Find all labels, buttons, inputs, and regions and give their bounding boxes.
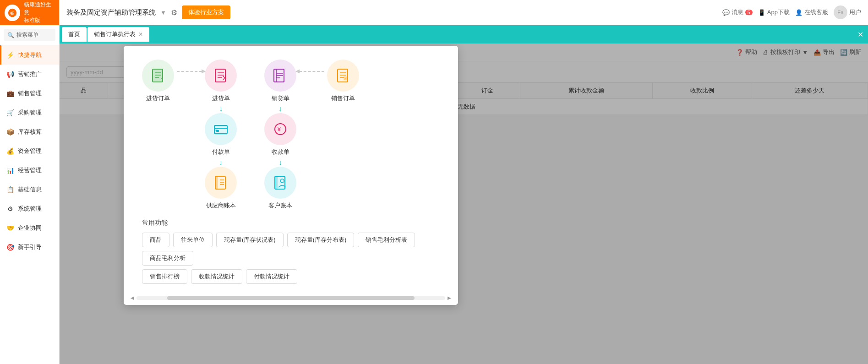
purchase-icon: 🛒 xyxy=(6,109,14,117)
scroll-right-arrow[interactable]: ▶ xyxy=(448,295,451,300)
inventory-icon: 📦 xyxy=(6,128,14,136)
close-all-tabs-button[interactable]: ✕ xyxy=(853,30,868,39)
scrollbar-thumb xyxy=(167,296,414,300)
sidebar-item-label: 快捷导航 xyxy=(18,51,42,59)
func-btn-product[interactable]: 商品 xyxy=(142,233,169,247)
func-btn-sales-margin[interactable]: 销售毛利分析表 xyxy=(358,233,415,247)
purchase-order-circle xyxy=(142,60,174,92)
tab-home[interactable]: 首页 xyxy=(62,27,87,42)
search-icon: 🔍 xyxy=(7,32,14,38)
sidebar-item-inventory[interactable]: 📦 库存核算 xyxy=(0,122,59,141)
function-buttons-row2: 销售排行榜 收款情况统计 付款情况统计 xyxy=(142,269,440,284)
sidebar-item-marketing[interactable]: 📢 营销推广 xyxy=(0,65,59,84)
sidebar-item-finance[interactable]: 💰 资金管理 xyxy=(0,141,59,161)
modal-body: 进货订单 ▶ xyxy=(124,46,458,293)
svg-rect-2 xyxy=(153,69,163,82)
experience-button[interactable]: 体验行业方案 xyxy=(182,5,230,19)
sidebar-item-label: 新手引导 xyxy=(18,243,42,251)
func-btn-counterpart[interactable]: 往来单位 xyxy=(173,233,213,247)
cooperation-icon: 🤝 xyxy=(6,224,14,232)
sidebar-item-label: 销售管理 xyxy=(18,89,42,98)
arrow-down-receipt: ↓ xyxy=(278,104,282,113)
arrow-down-customer: ↓ xyxy=(278,158,282,167)
customer-ledger-circle xyxy=(264,167,296,199)
receipt-node[interactable]: ¥ 收款单 xyxy=(264,113,296,156)
svg-text:畅: 畅 xyxy=(10,11,14,15)
func-btn-product-margin[interactable]: 商品毛利分析 xyxy=(142,251,193,266)
payment-col: ↓ ¥ 付款单 xyxy=(205,104,237,156)
common-functions-title: 常用功能 xyxy=(142,219,440,227)
main-content: 装备及固定资产辅助管理系统 ▼ ⚙ 体验行业方案 💬 消息 5 📱 App下载 … xyxy=(60,0,868,364)
sidebar-item-label: 经营管理 xyxy=(18,166,42,174)
app-download-action[interactable]: 📱 App下载 xyxy=(758,8,790,16)
tab-close-icon[interactable]: ✕ xyxy=(138,31,143,38)
scrollbar-track[interactable] xyxy=(136,296,445,300)
purchase-bill-node[interactable]: 进货单 xyxy=(205,60,237,103)
tab-sales-order-label: 销售订单执行表 xyxy=(94,30,136,38)
receipt-circle: ¥ xyxy=(264,113,296,145)
user-action[interactable]: Ea 用户 xyxy=(834,5,861,19)
sales-bill-node[interactable]: 销货单 xyxy=(264,60,296,103)
supplier-ledger-col: ↓ 供应商账本 xyxy=(205,158,237,210)
sidebar-item-system[interactable]: ⚙ 系统管理 xyxy=(0,199,59,218)
basic-info-icon: 📋 xyxy=(6,185,14,194)
sidebar-nav: ⚡ 快捷导航 📢 营销推广 💼 销售管理 🛒 采购管理 📦 库存核算 💰 xyxy=(0,45,59,364)
topbar-actions: 💬 消息 5 📱 App下载 👤 在线客服 Ea 用户 xyxy=(722,5,861,19)
supplier-ledger-circle xyxy=(205,167,237,199)
payment-node[interactable]: ¥ 付款单 xyxy=(205,113,237,156)
finance-icon: 💰 xyxy=(6,147,14,155)
customer-ledger-label: 客户账本 xyxy=(268,201,292,210)
logo-icon: 畅 xyxy=(5,5,20,21)
logo-text: 畅康通好生意 标准版 xyxy=(24,1,55,24)
svg-text:¥: ¥ xyxy=(277,126,281,133)
search-menu-button[interactable]: 🔍 搜索菜单 xyxy=(4,29,55,41)
sidebar-item-quick-nav[interactable]: ⚡ 快捷导航 xyxy=(0,45,59,65)
purchase-bill-circle xyxy=(205,60,237,92)
purchase-order-node[interactable]: 进货订单 xyxy=(142,60,174,103)
dropdown-arrow[interactable]: ▼ xyxy=(160,9,166,16)
arrow-down-payment: ↓ xyxy=(219,104,223,113)
system-icon: ⚙ xyxy=(6,205,14,213)
arrow-purchase-order-to-bill: ▶ xyxy=(177,60,202,72)
svg-rect-7 xyxy=(215,69,225,82)
svg-text:¥: ¥ xyxy=(215,128,218,132)
func-btn-stock-dist[interactable]: 现存量(库存分布表) xyxy=(287,233,355,247)
sidebar-search[interactable]: 🔍 搜索菜单 xyxy=(0,25,59,45)
quick-nav-modal: 进货订单 ▶ xyxy=(124,46,458,305)
message-action[interactable]: 💬 消息 5 xyxy=(722,8,753,16)
sidebar-item-label: 基础信息 xyxy=(18,185,42,194)
arrow-sales-order-to-bill: ◀ xyxy=(299,60,324,72)
sidebar: 畅 畅康通好生意 标准版 🔍 搜索菜单 ⚡ 快捷导航 📢 营销推广 xyxy=(0,0,60,364)
settings-gear-button[interactable]: ⚙ xyxy=(171,8,177,17)
func-btn-payment-stats[interactable]: 付款情况统计 xyxy=(246,269,297,284)
receipt-col: ↓ ¥ 收款单 xyxy=(264,104,296,156)
sidebar-item-sales[interactable]: 💼 销售管理 xyxy=(0,84,59,103)
sidebar-item-label: 资金管理 xyxy=(18,147,42,155)
sidebar-item-cooperation[interactable]: 🤝 企业协同 xyxy=(0,218,59,238)
arrow-down-supplier: ↓ xyxy=(219,158,223,167)
customer-ledger-node[interactable]: 客户账本 xyxy=(264,167,296,210)
tabbar: 首页 销售订单执行表 ✕ ✕ xyxy=(60,25,868,43)
svg-point-35 xyxy=(280,179,284,183)
download-icon: 📱 xyxy=(758,9,765,16)
func-btn-stock-status[interactable]: 现存量(库存状况表) xyxy=(216,233,284,247)
svg-rect-34 xyxy=(275,176,278,189)
tab-sales-order[interactable]: 销售订单执行表 ✕ xyxy=(87,27,149,42)
sidebar-item-basic-info[interactable]: 📋 基础信息 xyxy=(0,180,59,199)
message-badge: 5 xyxy=(745,10,753,15)
scroll-left-arrow[interactable]: ◀ xyxy=(131,295,134,300)
tab-home-label: 首页 xyxy=(68,30,80,38)
sidebar-item-operations[interactable]: 📊 经营管理 xyxy=(0,161,59,180)
quick-nav-icon: ⚡ xyxy=(6,51,14,59)
message-icon: 💬 xyxy=(722,9,730,16)
modal-overlay[interactable]: 进货订单 ▶ xyxy=(60,43,868,364)
sidebar-item-guide[interactable]: 🎯 新手引导 xyxy=(0,238,59,257)
func-btn-receipt-stats[interactable]: 收款情况统计 xyxy=(191,269,242,284)
sidebar-item-purchase[interactable]: 🛒 采购管理 xyxy=(0,103,59,122)
sales-order-node[interactable]: ✓ 销售订单 xyxy=(327,60,359,103)
common-functions: 常用功能 商品 往来单位 现存量(库存状况表) 现存量(库存分布表) 销售毛利分… xyxy=(142,219,440,284)
supplier-ledger-node[interactable]: 供应商账本 xyxy=(205,167,237,210)
func-btn-sales-ranking[interactable]: 销售排行榜 xyxy=(142,269,187,284)
online-service-action[interactable]: 👤 在线客服 xyxy=(795,8,828,16)
operations-icon: 📊 xyxy=(6,166,14,174)
